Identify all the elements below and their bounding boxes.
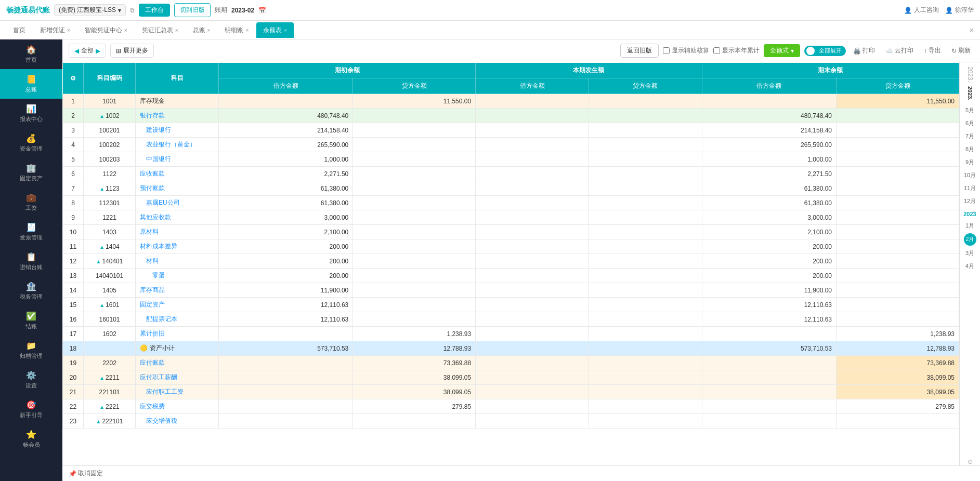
tab-ledger[interactable]: 总账 × <box>186 22 217 38</box>
account-link[interactable]: 建设银行 <box>146 126 171 133</box>
refresh-button[interactable]: ↻ 刷新 <box>948 45 974 56</box>
sidebar-item-reports[interactable]: 📊 报表中心 <box>0 99 62 128</box>
sidebar-item-funds[interactable]: 💰 资金管理 <box>0 128 62 158</box>
expand-button[interactable]: ⊞ 展开更多 <box>110 44 154 58</box>
month-1[interactable]: 1月 <box>962 220 978 231</box>
account-link[interactable]: 农业银行（黄金） <box>146 141 196 148</box>
cell-name[interactable]: 中国银行 <box>136 152 219 167</box>
cell-name[interactable]: 农业银行（黄金） <box>136 138 219 152</box>
account-link[interactable]: 固定资产 <box>140 301 165 308</box>
account-link[interactable]: 应付账款 <box>140 359 165 366</box>
cell-name[interactable]: 其他应收款 <box>136 210 219 225</box>
tab-new-voucher-close[interactable]: × <box>67 28 70 33</box>
sidebar-item-member[interactable]: ⭐ 畅会员 <box>0 424 62 454</box>
sidebar-item-settings[interactable]: ⚙️ 设置 <box>0 365 62 395</box>
close-all-tabs[interactable]: × <box>970 26 974 34</box>
cloud-print-button[interactable]: ☁️ 云打印 <box>882 45 917 56</box>
user-profile[interactable]: 👤 徐淳华 <box>945 6 974 15</box>
workbench-button[interactable]: 工作台 <box>139 4 170 17</box>
account-link[interactable]: 中国银行 <box>146 155 171 163</box>
sidebar-item-assets[interactable]: 🏢 固定资产 <box>0 158 62 188</box>
account-link[interactable]: 应付职工工资 <box>146 388 184 395</box>
account-link[interactable]: 应付职工薪酬 <box>140 373 177 381</box>
account-link[interactable]: 原材料 <box>140 228 159 235</box>
tab-smart-voucher[interactable]: 智能凭证中心 × <box>78 22 134 38</box>
month-12[interactable]: 12月 <box>962 196 978 207</box>
filter-button[interactable]: ◀ 全部 ▶ <box>69 44 106 58</box>
tab-balance-close[interactable]: × <box>284 28 287 33</box>
tab-new-voucher[interactable]: 新增凭证 × <box>33 22 77 38</box>
customer-service[interactable]: 👤 人工咨询 <box>904 6 939 15</box>
cell-name[interactable]: 材料成本差异 <box>136 239 219 254</box>
month-3[interactable]: 3月 <box>962 248 978 259</box>
month-11[interactable]: 11月 <box>962 183 978 194</box>
sidebar-item-purchase[interactable]: 📋 进销台账 <box>0 247 62 276</box>
tab-voucher-summary-close[interactable]: × <box>175 28 178 33</box>
company-selector[interactable]: (免费) 江西般宝-LSS ▾ <box>54 4 126 16</box>
month-7[interactable]: 7月 <box>962 131 978 142</box>
account-link[interactable]: 库存商品 <box>140 286 165 293</box>
sidebar-item-archive[interactable]: 📁 归档管理 <box>0 336 62 365</box>
account-link[interactable]: 零蛋 <box>152 272 165 279</box>
account-link[interactable]: 配提票记本 <box>146 315 177 323</box>
sidebar-item-guide[interactable]: 🎯 新手引导 <box>0 395 62 424</box>
th-settings[interactable]: ⚙ <box>63 63 84 94</box>
month-9[interactable]: 9月 <box>962 157 978 168</box>
tab-home[interactable]: 首页 <box>6 22 32 38</box>
return-old-version-button[interactable]: 返回旧版 <box>620 44 659 58</box>
expand-panel-icon[interactable]: 2023. <box>966 66 974 82</box>
month-10[interactable]: 10月 <box>962 170 978 181</box>
tab-ledger-close[interactable]: × <box>207 28 211 33</box>
account-link[interactable]: 应收账款 <box>140 170 165 177</box>
cell-name[interactable]: 应付职工工资 <box>136 385 219 399</box>
sidebar-item-invoice[interactable]: 🧾 发票管理 <box>0 217 62 247</box>
cell-name[interactable]: 累计折旧 <box>136 327 219 341</box>
panel-toggle-icon[interactable]: ⊙ <box>968 458 973 465</box>
export-button[interactable]: ↑ 导出 <box>921 45 944 56</box>
format-button[interactable]: 全额式 ▾ <box>764 44 800 57</box>
account-link[interactable]: 嘉属EU公司 <box>146 199 180 206</box>
account-link[interactable]: 材料 <box>146 257 159 264</box>
show-ytd-checkbox[interactable] <box>713 47 720 54</box>
tab-detail[interactable]: 明细账 × <box>218 22 255 38</box>
tab-detail-close[interactable]: × <box>245 28 249 33</box>
account-link[interactable]: 预付账款 <box>140 184 165 192</box>
sidebar-item-ledger[interactable]: 📒 总账 <box>0 69 62 99</box>
cell-name[interactable]: 原材料 <box>136 225 219 239</box>
cell-name[interactable]: 应交增值税 <box>136 414 219 429</box>
account-link[interactable]: 银行存款 <box>140 112 165 119</box>
account-link[interactable]: 其他应收款 <box>140 213 171 221</box>
sidebar-item-tax[interactable]: 🏦 税务管理 <box>0 276 62 306</box>
cell-name[interactable]: 应付账款 <box>136 356 219 370</box>
month-6[interactable]: 6月 <box>962 118 978 129</box>
month-8[interactable]: 8月 <box>962 144 978 155</box>
cell-name[interactable]: 预付账款 <box>136 181 219 196</box>
cell-name[interactable]: 库存商品 <box>136 283 219 298</box>
account-link[interactable]: 材料成本差异 <box>140 243 177 250</box>
account-link[interactable]: 累计折旧 <box>140 330 165 337</box>
month-4[interactable]: 4月 <box>962 261 978 272</box>
cell-name[interactable]: 应收账款 <box>136 167 219 181</box>
print-button[interactable]: 🖨️ 打印 <box>850 45 878 56</box>
account-link[interactable]: 应交税费 <box>140 403 165 410</box>
tab-voucher-summary[interactable]: 凭证汇总表 × <box>135 22 185 38</box>
switch-version-button[interactable]: 切到旧版 <box>174 3 211 17</box>
cell-name[interactable]: 嘉属EU公司 <box>136 196 219 210</box>
account-link[interactable]: 应交增值税 <box>146 417 177 424</box>
calendar-icon[interactable]: 📅 <box>258 7 266 14</box>
month-2[interactable]: 2月 <box>964 233 976 246</box>
sidebar-item-closing[interactable]: ✅ 结账 <box>0 306 62 336</box>
show-auxiliary-checkbox[interactable] <box>663 47 670 54</box>
cell-name[interactable]: 应交税费 <box>136 399 219 414</box>
sidebar-item-home[interactable]: 🏠 首页 <box>0 39 62 69</box>
cell-name[interactable]: 零蛋 <box>136 269 219 283</box>
tab-balance[interactable]: 余额表 × <box>256 22 294 38</box>
unpin-button[interactable]: 📌 取消固定 <box>69 469 103 478</box>
cell-name[interactable]: 应付职工薪酬 <box>136 370 219 385</box>
cell-name[interactable]: 材料 <box>136 254 219 269</box>
cell-name[interactable]: 固定资产 <box>136 298 219 312</box>
month-5[interactable]: 5月 <box>962 105 978 116</box>
sidebar-item-payroll[interactable]: 💼 工资 <box>0 188 62 217</box>
cell-name[interactable]: 配提票记本 <box>136 312 219 327</box>
tab-smart-voucher-close[interactable]: × <box>124 28 127 33</box>
